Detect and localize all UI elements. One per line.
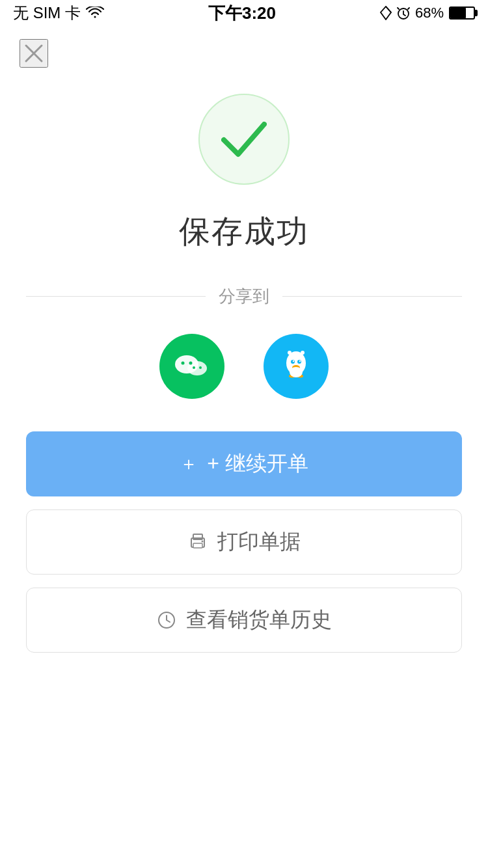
share-icons-row — [26, 334, 462, 399]
svg-point-14 — [293, 360, 294, 362]
alarm-icon — [397, 6, 410, 20]
svg-point-13 — [297, 360, 301, 364]
share-divider: 分享到 — [26, 285, 462, 308]
success-checkmark-icon — [221, 122, 267, 157]
wifi-icon — [86, 7, 104, 20]
status-bar: 无 SIM 卡 下午3:20 68% — [0, 0, 488, 26]
action-buttons: ＋ + 继续开单 打印单据 查看销货单历史 — [26, 431, 462, 653]
status-time: 下午3:20 — [208, 2, 276, 25]
share-label: 分享到 — [219, 285, 269, 308]
divider-left — [26, 296, 206, 297]
main-content: 保存成功 分享到 — [0, 81, 488, 868]
svg-rect-26 — [193, 543, 202, 548]
status-carrier: 无 SIM 卡 — [13, 3, 104, 23]
success-icon-wrapper — [198, 94, 290, 185]
history-icon — [156, 610, 177, 631]
carrier-text: 无 SIM 卡 — [13, 3, 81, 23]
wechat-icon — [172, 350, 211, 383]
location-icon — [380, 6, 392, 20]
close-area — [0, 26, 488, 81]
print-button[interactable]: 打印单据 — [26, 509, 462, 575]
share-qq-button[interactable] — [264, 334, 329, 399]
svg-point-5 — [182, 362, 185, 365]
history-label: 查看销货单历史 — [186, 606, 332, 634]
svg-point-7 — [193, 366, 195, 369]
continue-label: + 继续开单 — [207, 450, 308, 478]
svg-point-15 — [299, 360, 301, 362]
battery-percent: 68% — [415, 5, 444, 21]
qq-icon — [277, 347, 315, 385]
print-icon — [187, 532, 208, 552]
svg-point-27 — [202, 541, 204, 543]
battery-icon — [449, 7, 475, 20]
continue-order-button[interactable]: ＋ + 继续开单 — [26, 431, 462, 496]
status-right: 68% — [380, 5, 475, 21]
close-button[interactable] — [20, 39, 48, 68]
close-icon — [23, 43, 44, 64]
svg-point-8 — [199, 366, 202, 369]
share-wechat-button[interactable] — [159, 334, 224, 399]
svg-point-19 — [290, 367, 303, 377]
svg-point-12 — [291, 360, 295, 364]
history-button[interactable]: 查看销货单历史 — [26, 588, 462, 653]
share-section: 分享到 — [26, 285, 462, 399]
divider-right — [282, 296, 462, 297]
continue-icon: ＋ — [180, 452, 198, 476]
print-label: 打印单据 — [217, 528, 301, 556]
svg-point-6 — [189, 362, 193, 365]
success-title: 保存成功 — [179, 211, 309, 252]
